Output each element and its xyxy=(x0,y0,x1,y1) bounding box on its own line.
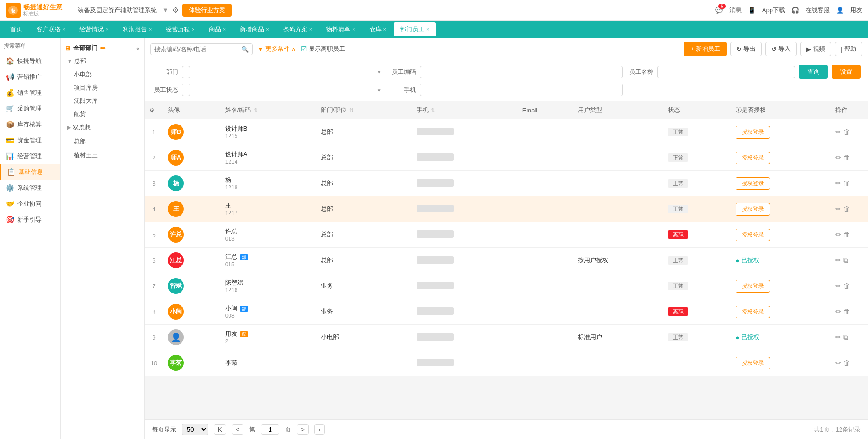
nav-tab-profit[interactable]: 利润报告 × xyxy=(116,22,158,36)
copy-icon[interactable]: ⧉ xyxy=(843,333,848,341)
status-select[interactable] xyxy=(182,84,190,96)
auth-button[interactable]: 授权登录 xyxy=(736,280,770,293)
edit-icon[interactable]: ✏ xyxy=(835,282,841,290)
delete-icon[interactable]: 🗑 xyxy=(843,128,850,136)
delete-icon[interactable]: 🗑 xyxy=(843,307,850,315)
search-input[interactable] xyxy=(154,46,238,53)
sidebar-item-basic[interactable]: 📋 基础信息 xyxy=(0,164,60,180)
sidebar-item-enterprise[interactable]: 🤝 企业协同 xyxy=(0,196,60,212)
close-icon[interactable]: × xyxy=(105,27,108,32)
nav-tab-bom[interactable]: 物料清单 × xyxy=(319,22,361,36)
tree-node-puti[interactable]: 植树王三 xyxy=(61,148,144,162)
edit-icon[interactable]: ✏ xyxy=(835,205,841,213)
sidebar-item-guide[interactable]: 🎯 新手引导 xyxy=(0,212,60,228)
phone-input[interactable] xyxy=(420,84,623,96)
auth-button[interactable]: 授权登录 xyxy=(736,177,770,190)
tree-node-general[interactable]: ▼ 总部 xyxy=(61,54,144,68)
sidebar-item-quick-nav[interactable]: 🏠 快捷导航 xyxy=(0,53,60,69)
auth-button[interactable]: 授权登录 xyxy=(736,203,770,216)
auth-button[interactable]: 授权登录 xyxy=(736,306,770,318)
edit-icon[interactable]: ✏ xyxy=(835,153,841,161)
tree-child-small-elec[interactable]: 小电部 xyxy=(61,68,144,81)
sidebar-item-inventory[interactable]: 📦 库存核算 xyxy=(0,117,60,132)
edit-icon[interactable]: ✏ xyxy=(835,230,841,238)
edit-icon[interactable]: ✏ xyxy=(835,333,841,341)
edit-icon[interactable]: ✏ xyxy=(835,179,841,187)
message-icon-wrap[interactable]: 💬 6 xyxy=(715,7,723,14)
th-settings[interactable]: ⚙ xyxy=(145,101,163,119)
settings-button[interactable]: 设置 xyxy=(832,65,861,79)
edit-icon[interactable]: ✏ xyxy=(835,256,841,264)
dropdown-icon[interactable]: ▼ xyxy=(162,7,168,14)
dept-select[interactable] xyxy=(182,66,190,78)
sidebar-item-marketing[interactable]: 📢 营销推广 xyxy=(0,69,60,85)
next-page-button[interactable]: > xyxy=(297,424,309,435)
delete-icon[interactable]: 🗑 xyxy=(843,153,850,161)
tree-node-shuangmeng[interactable]: ▶ 双鹿想 xyxy=(61,120,144,134)
auth-button[interactable]: 授权登录 xyxy=(736,229,770,241)
nav-tab-home[interactable]: 首页 xyxy=(4,22,29,36)
close-icon[interactable]: × xyxy=(62,27,65,32)
delete-icon[interactable]: 🗑 xyxy=(843,282,850,290)
close-icon[interactable]: × xyxy=(426,27,429,32)
trial-button[interactable]: 体验行业方案 xyxy=(182,4,232,17)
page-size-select[interactable]: 50 100 200 xyxy=(182,424,208,435)
import-button[interactable]: ↺ 导入 xyxy=(765,42,797,56)
tree-child-shenyang[interactable]: 沈阳大库 xyxy=(61,94,144,107)
close-icon[interactable]: × xyxy=(383,27,386,32)
tree-child-delivery[interactable]: 配货 xyxy=(61,107,144,120)
edit-icon[interactable]: ✏ xyxy=(835,359,841,367)
more-filter-btn[interactable]: ▼ 更多条件 ∧ xyxy=(257,45,296,53)
close-icon[interactable]: × xyxy=(192,27,194,32)
nav-tab-employee[interactable]: 部门员工 × xyxy=(394,22,436,36)
close-icon[interactable]: × xyxy=(266,27,269,32)
sidebar-item-purchase[interactable]: 🛒 采购管理 xyxy=(0,101,60,117)
auth-button[interactable]: 授权登录 xyxy=(736,152,770,164)
close-icon[interactable]: × xyxy=(309,27,312,32)
nav-tab-history[interactable]: 经营历程 × xyxy=(159,22,201,36)
nav-tab-product[interactable]: 商品 × xyxy=(202,22,232,36)
auth-button[interactable]: 授权登录 xyxy=(736,357,770,369)
search-icon[interactable]: 🔍 xyxy=(241,46,249,53)
nav-tab-customer[interactable]: 客户联络 × xyxy=(30,22,72,36)
edit-icon[interactable]: ✏ xyxy=(100,44,106,52)
tree-node-general2[interactable]: 总部 xyxy=(61,134,144,148)
export-button[interactable]: ↻ 导出 xyxy=(730,42,762,56)
search-button[interactable]: 查询 xyxy=(799,65,828,79)
tree-child-project[interactable]: 项目库房 xyxy=(61,81,144,94)
add-employee-button[interactable]: + 新增员工 xyxy=(684,42,726,56)
close-icon[interactable]: × xyxy=(223,27,226,32)
th-name-code[interactable]: 姓名/编码 ⇅ xyxy=(221,101,316,119)
prev-page-button[interactable]: < xyxy=(232,424,244,435)
app-download-label[interactable]: App下载 xyxy=(762,6,785,14)
employee-code-input[interactable] xyxy=(420,66,623,78)
edit-icon[interactable]: ✏ xyxy=(835,307,841,315)
copy-icon[interactable]: ⧉ xyxy=(843,256,848,264)
help-button[interactable]: | 帮助 xyxy=(835,42,862,56)
sidebar-item-system[interactable]: ⚙️ 系统管理 xyxy=(0,180,60,196)
delete-icon[interactable]: 🗑 xyxy=(843,230,850,238)
nav-tab-barcode[interactable]: 条码方案 × xyxy=(277,22,319,36)
th-dept[interactable]: 部门/职位 ⇅ xyxy=(316,101,412,119)
th-phone[interactable]: 手机 ⇅ xyxy=(412,101,518,119)
gear-icon[interactable]: ⚙ xyxy=(172,6,179,14)
close-icon[interactable]: × xyxy=(149,27,152,32)
delete-icon[interactable]: 🗑 xyxy=(843,205,850,213)
close-icon[interactable]: × xyxy=(352,27,355,32)
edit-icon[interactable]: ✏ xyxy=(835,128,841,136)
sidebar-item-operation[interactable]: 📊 经营管理 xyxy=(0,148,60,164)
nav-tab-operation[interactable]: 经营情况 × xyxy=(73,22,115,36)
auth-button[interactable]: 授权登录 xyxy=(736,126,770,139)
nav-tab-warehouse[interactable]: 仓库 × xyxy=(363,22,393,36)
collapse-icon[interactable]: « xyxy=(136,45,139,52)
sidebar-item-sales[interactable]: 💰 销售管理 xyxy=(0,85,60,101)
show-inactive-wrap[interactable]: ☑ 显示离职员工 xyxy=(301,45,345,53)
delete-icon[interactable]: 🗑 xyxy=(843,359,850,367)
online-service-label[interactable]: 在线客服 xyxy=(806,6,830,14)
nav-tab-add-product[interactable]: 新增商品 × xyxy=(233,22,275,36)
sidebar-item-finance[interactable]: 💳 资金管理 xyxy=(0,132,60,148)
page-input[interactable] xyxy=(261,424,279,435)
sidebar-search-input[interactable] xyxy=(4,42,61,49)
employee-name-input[interactable] xyxy=(657,66,795,78)
user-label[interactable]: 用友 xyxy=(850,6,862,14)
